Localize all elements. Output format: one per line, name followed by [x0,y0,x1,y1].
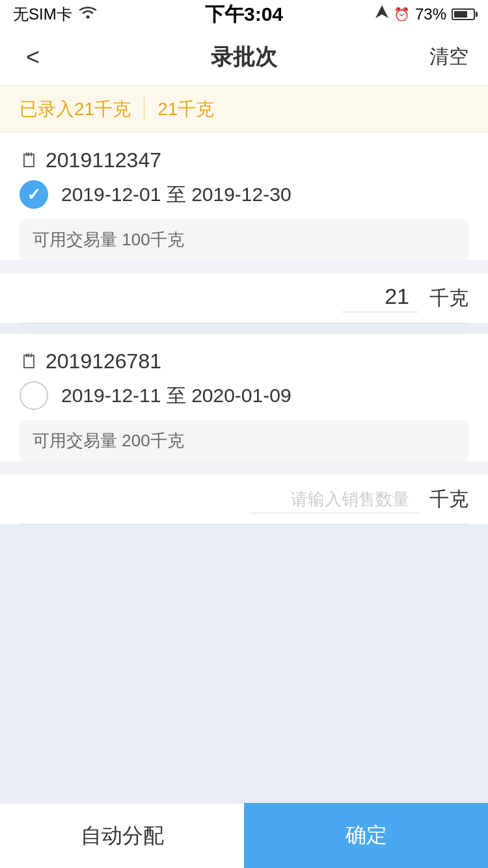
auto-assign-button[interactable]: 自动分配 [0,803,244,868]
banner-divider [144,98,144,121]
clear-button[interactable]: 清空 [429,44,468,70]
status-time: 下午3:04 [205,1,283,28]
svg-point-0 [86,16,89,19]
batch-available-2: 可用交易量 200千克 [20,420,468,461]
batch-available-1: 可用交易量 100千克 [20,219,468,260]
recorded-amount: 已录入21千克 [20,97,131,122]
unit-2: 千克 [429,486,468,513]
alarm-icon: ⏰ [394,7,410,22]
location-icon [375,5,388,23]
batch-header-1: 🗒 2019112347 [20,148,468,172]
status-right: ⏰ 73% [375,5,475,23]
batch-row-2: 2019-12-11 至 2020-01-09 [20,381,468,410]
batch-id-1: 2019112347 [46,148,161,172]
quantity-row-1: 千克 [0,273,488,323]
status-left: 无SIM卡 [13,4,97,25]
batch-checkbox-2[interactable] [20,381,48,410]
batch-icon-1: 🗒 [20,150,39,172]
batch-icon-2: 🗒 [20,351,39,373]
batch-inner-1: 🗒 2019112347 2019-12-01 至 2019-12-30 可用交… [20,148,468,260]
quantity-input-1[interactable] [341,284,419,312]
unit-1: 千克 [429,285,468,312]
confirm-button[interactable]: 确定 [244,803,488,868]
svg-marker-1 [375,5,388,18]
amount-value: 21千克 [157,97,214,122]
batch-card-1: 🗒 2019112347 2019-12-01 至 2019-12-30 可用交… [0,133,488,260]
section-divider [0,323,488,334]
carrier-text: 无SIM卡 [13,4,72,25]
batch-header-2: 🗒 2019126781 [20,349,468,373]
wifi-icon [79,5,97,23]
batch-dates-1: 2019-12-01 至 2019-12-30 [61,182,291,208]
battery-icon [452,8,475,20]
batch-id-2: 2019126781 [46,349,161,373]
batch-inner-2: 🗒 2019126781 2019-12-11 至 2020-01-09 可用交… [20,349,468,461]
quantity-row-2: 千克 [0,474,488,524]
quantity-input-2[interactable] [250,485,419,513]
bottom-space [0,524,488,804]
batch-checkbox-1[interactable] [20,180,48,209]
nav-bar: < 录批次 清空 [0,29,488,86]
back-button[interactable]: < [20,39,46,75]
info-banner: 已录入21千克 21千克 [0,86,488,133]
battery-percent: 73% [415,5,446,23]
bottom-bar: 自动分配 确定 [0,803,488,868]
batch-row-1: 2019-12-01 至 2019-12-30 [20,180,468,209]
page-title: 录批次 [211,42,277,72]
batch-dates-2: 2019-12-11 至 2020-01-09 [61,383,291,409]
batch-card-2: 🗒 2019126781 2019-12-11 至 2020-01-09 可用交… [0,334,488,461]
status-bar: 无SIM卡 下午3:04 ⏰ 73% [0,0,488,29]
